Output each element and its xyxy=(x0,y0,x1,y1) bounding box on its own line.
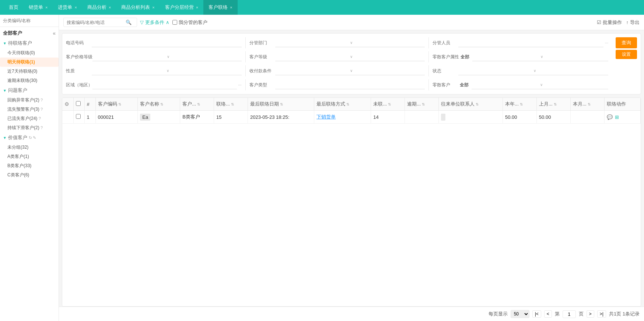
sidebar-item-class-b[interactable]: B类客户(33) xyxy=(0,161,59,170)
sidebar-item-churn-warning[interactable]: 流失预警客户(3) ? xyxy=(0,105,59,114)
col-customer-type[interactable]: 客户... ⇅ xyxy=(180,98,214,111)
first-page-btn[interactable]: |< xyxy=(532,310,541,318)
filter-area-input[interactable] xyxy=(92,80,237,89)
filter-retail-customer-select[interactable]: ∨ xyxy=(472,80,608,89)
col-overdue[interactable]: 逾期... ⇅ xyxy=(405,98,439,111)
sidebar-search-box[interactable]: 🔍 xyxy=(0,15,59,27)
sidebar-item-7days-pending[interactable]: 近7天待联络(0) xyxy=(0,67,59,76)
row-unit-contact xyxy=(439,111,503,124)
row-last-contact-method[interactable]: 下销货单 xyxy=(314,111,371,124)
sidebar-search-input[interactable] xyxy=(3,18,58,23)
content-area: 🔍 ▽ 更多条件 ∧ 我分管的客户 ☑ 批量操作 ↑ 导出 xyxy=(59,15,644,321)
col-contact[interactable]: 联络... ⇅ xyxy=(214,98,248,111)
my-customers-checkbox[interactable] xyxy=(172,20,177,25)
close-icon[interactable]: × xyxy=(152,5,154,10)
search-box[interactable]: 🔍 xyxy=(63,18,137,27)
row-contact: 15 xyxy=(214,111,248,124)
sort-icon: ⇅ xyxy=(280,102,283,106)
my-customers-checkbox-label[interactable]: 我分管的客户 xyxy=(172,19,207,26)
more-icon[interactable]: ··· xyxy=(605,41,608,45)
filter-customer-level-select[interactable]: ∨ xyxy=(275,52,425,61)
nav-customer-tier[interactable]: 客户分层经营 × xyxy=(160,0,203,15)
set-button[interactable]: 设置 xyxy=(616,50,637,59)
col-last-contact-method[interactable]: 最后联络方式 ⇅ xyxy=(314,98,371,111)
sidebar-item-unclassified[interactable]: 未分组(32) xyxy=(0,143,59,152)
sidebar-item-class-c[interactable]: C类客户(6) xyxy=(0,170,59,180)
col-last-month[interactable]: 上月... ⇅ xyxy=(536,98,570,111)
prev-page-btn[interactable]: < xyxy=(544,310,552,318)
col-checkbox xyxy=(73,98,84,111)
comment-icon[interactable]: 💬 xyxy=(607,114,613,120)
divider xyxy=(245,79,246,90)
edit-icon[interactable]: ✎ xyxy=(33,135,36,140)
filter-phone-input[interactable] xyxy=(92,38,242,47)
nav-customer-contact[interactable]: 客户联络 × xyxy=(203,0,237,15)
sidebar-item-overdue-pending[interactable]: 逾期未联络(30) xyxy=(0,76,59,85)
close-icon[interactable]: × xyxy=(196,5,198,10)
sidebar-item-today-pending[interactable]: 今天待联络(0) xyxy=(0,48,59,58)
settings-icon[interactable]: ⚙ xyxy=(64,101,69,107)
sidebar-item-class-a[interactable]: A类客户(1) xyxy=(0,152,59,161)
close-icon[interactable]: × xyxy=(74,5,77,10)
batch-op-btn[interactable]: ☑ 批量操作 xyxy=(597,19,622,26)
filter-price-level-select[interactable]: ∨ xyxy=(92,52,242,61)
export-btn[interactable]: ↑ 导出 xyxy=(626,19,640,26)
sidebar-group-pending-contact[interactable]: ▼ 待联络客户 xyxy=(0,38,59,48)
sidebar-item-churned[interactable]: 已流失客户(24) ? xyxy=(0,114,59,123)
page-input[interactable] xyxy=(563,310,576,318)
filter-dept: 分管部门 ∨ xyxy=(249,38,425,47)
sidebar-item-tomorrow-pending[interactable]: 明天待联络(1) xyxy=(0,58,59,67)
filter-payment-select[interactable]: ∨ xyxy=(275,66,425,75)
filter-phone: 电话号码 xyxy=(66,38,242,47)
filter-area: 区域（地区） ··· xyxy=(66,80,242,89)
row-this-month xyxy=(570,111,604,124)
query-button[interactable]: 查询 xyxy=(616,37,637,48)
filter-btn[interactable]: ▽ 更多条件 ∧ xyxy=(140,19,169,26)
row-checkbox[interactable] xyxy=(73,111,84,124)
close-icon[interactable]: × xyxy=(109,5,111,10)
close-icon[interactable]: × xyxy=(45,5,48,10)
sort-icon: ⇅ xyxy=(388,102,391,106)
nav-product-analysis-list[interactable]: 商品分析列表 × xyxy=(116,0,160,15)
filter-manager-input[interactable] xyxy=(458,38,603,47)
sidebar-item-repurchase-abnormal[interactable]: 回购异常客户(2) ? xyxy=(0,96,59,105)
select-all-checkbox[interactable] xyxy=(76,101,81,106)
col-unit-contact[interactable]: 往来单位联系人 ⇅ xyxy=(439,98,503,111)
sort-icon: ⇅ xyxy=(588,102,591,106)
col-this-year[interactable]: 本年... ⇅ xyxy=(503,98,536,111)
filter-row-3: 性质 ∨ 收付款条件 ∨ xyxy=(66,65,608,76)
nav-sales-order[interactable]: 销货单 × xyxy=(24,0,53,15)
filter-retail-customer: 零散客户 全部 ∨ xyxy=(433,80,608,89)
sort-icon: ⇅ xyxy=(422,102,425,106)
next-page-btn[interactable]: > xyxy=(587,310,594,318)
main-layout: 🔍 全部客户 « ▼ 待联络客户 今天待联络(0) 明天待联络(1) 近7天待联… xyxy=(0,15,644,321)
filter-nature-select[interactable]: ∨ xyxy=(92,66,242,75)
close-icon[interactable]: × xyxy=(230,5,232,10)
col-customer-name[interactable]: 客户名称 ⇅ xyxy=(138,98,180,111)
col-not-contacted[interactable]: 未联... ⇅ xyxy=(371,98,405,111)
per-page-select[interactable]: 50 10 20 100 xyxy=(511,310,529,318)
refresh-icon[interactable]: ↻ xyxy=(29,135,32,140)
filter-customer-type-select[interactable] xyxy=(275,80,425,89)
contact-method-link[interactable]: 下销货单 xyxy=(316,114,336,120)
qr-icon[interactable]: ⊞ xyxy=(615,114,619,120)
filter-dept-select[interactable]: ∨ xyxy=(275,38,425,47)
more-icon[interactable]: ··· xyxy=(238,83,242,87)
filter-retail-attr-select[interactable]: ∨ xyxy=(472,52,608,61)
col-this-month[interactable]: 本月... ⇅ xyxy=(570,98,604,111)
last-page-btn[interactable]: >| xyxy=(597,310,606,318)
filter-status-select[interactable]: ∨ xyxy=(458,66,608,75)
nav-product-analysis[interactable]: 商品分析 × xyxy=(82,0,116,15)
row-select-checkbox[interactable] xyxy=(76,114,81,119)
sidebar-item-declining[interactable]: 持续下滑客户(2) ? xyxy=(0,123,59,132)
sidebar-group-problem-customers[interactable]: ▼ 问题客户 xyxy=(0,85,59,96)
search-icon[interactable]: 🔍 xyxy=(126,20,132,25)
col-last-contact-date[interactable]: 最后联络日期 ⇅ xyxy=(248,98,314,111)
col-customer-code[interactable]: 客户编码 ⇅ xyxy=(95,98,138,111)
search-input[interactable] xyxy=(67,20,126,25)
collapse-icon[interactable]: « xyxy=(53,30,56,36)
nav-purchase-order[interactable]: 进货单 × xyxy=(53,0,82,15)
sidebar-group-value-customers[interactable]: ▼ 价值客户 ↻ ✎ xyxy=(0,132,59,143)
chevron-down-icon: ∨ xyxy=(350,69,423,73)
nav-home[interactable]: 首页 xyxy=(4,0,24,15)
